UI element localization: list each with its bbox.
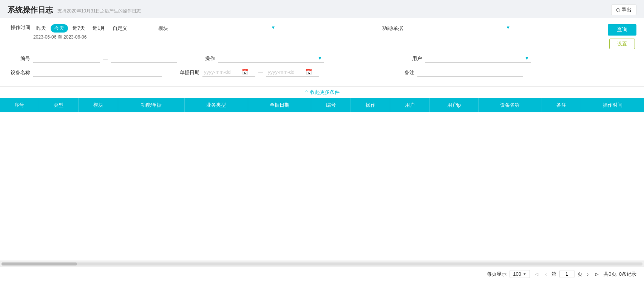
settings-button[interactable]: 设置: [609, 39, 635, 49]
device-label: 设备名称: [8, 69, 30, 76]
number-dash: —: [103, 56, 108, 62]
page-label: 第: [551, 271, 556, 278]
function-select[interactable]: ▼: [406, 24, 512, 32]
col-operation: 操作: [351, 98, 390, 112]
collapse-button[interactable]: ⌃ 收起更多条件: [304, 89, 340, 96]
table-wrapper: 序号 类型 模块 功能/单据 业务类型 单据日期 编号 操作 用户 用户ip 设…: [0, 98, 644, 261]
first-page-button[interactable]: ⊲: [533, 270, 541, 278]
next-page-button[interactable]: ›: [585, 270, 590, 278]
doc-date-start-input[interactable]: [204, 69, 242, 75]
scroll-track[interactable]: [2, 262, 642, 265]
calendar-start-icon[interactable]: 📅: [242, 69, 248, 75]
per-page-label: 每页显示: [487, 271, 507, 278]
doc-date-end-wrap: 📅: [266, 68, 319, 77]
operation-label: 操作: [192, 55, 215, 62]
export-button[interactable]: ⬡ 导出: [611, 5, 636, 15]
col-biztype: 业务类型: [185, 98, 248, 112]
page-header: 系统操作日志 支持2020年10月31日之后产生的操作日志 ⬡ 导出: [0, 0, 644, 18]
time-btn-7days[interactable]: 近7天: [69, 24, 88, 33]
table-header-row: 序号 类型 模块 功能/单据 业务类型 单据日期 编号 操作 用户 用户ip 设…: [0, 98, 644, 112]
page-unit: 页: [578, 271, 582, 278]
horizontal-scrollbar[interactable]: [0, 261, 644, 267]
export-icon: ⬡: [616, 7, 620, 13]
pagination-bar: 每页显示 100 ▼ ⊲ ‹ 第 页 › ⊳ 共0页, 0条记录: [0, 267, 644, 281]
page-subtitle: 支持2020年10月31日之后产生的操作日志: [57, 8, 141, 14]
module-select[interactable]: ▼: [171, 24, 277, 32]
col-index: 序号: [0, 98, 39, 112]
prev-page-button[interactable]: ‹: [544, 270, 548, 278]
doc-date-start-wrap: 📅: [202, 68, 255, 77]
calendar-end-icon[interactable]: 📅: [306, 69, 312, 75]
query-button[interactable]: 查询: [608, 24, 636, 36]
date-dash: —: [258, 70, 263, 75]
col-module: 模块: [79, 98, 118, 112]
user-select[interactable]: ▼: [425, 55, 531, 63]
col-docdate: 单据日期: [248, 98, 311, 112]
total-info: 共0页, 0条记录: [604, 271, 636, 278]
page-number-input[interactable]: [559, 270, 575, 278]
time-label: 操作时间: [8, 24, 30, 31]
time-btn-1month[interactable]: 近1月: [90, 24, 108, 33]
time-range-display: 2023-06-06 至 2023-06-06: [33, 34, 130, 40]
data-table: 序号 类型 模块 功能/单据 业务类型 单据日期 编号 操作 用户 用户ip 设…: [0, 98, 644, 112]
collapse-icon: ⌃: [304, 90, 309, 95]
operation-dropdown-icon: ▼: [318, 56, 322, 61]
last-page-button[interactable]: ⊳: [593, 270, 601, 278]
filter-area: 操作时间 昨天 今天 近7天 近1月 自定义 2023-06-06 至 2023…: [0, 18, 644, 86]
col-device: 设备名称: [478, 98, 542, 112]
time-btn-custom[interactable]: 自定义: [110, 24, 130, 33]
remark-input[interactable]: [417, 68, 523, 77]
doc-date-end-input[interactable]: [268, 69, 306, 75]
col-remark: 备注: [542, 98, 581, 112]
operation-select[interactable]: ▼: [218, 55, 324, 63]
remark-label: 备注: [392, 69, 414, 76]
user-dropdown-icon: ▼: [525, 56, 529, 61]
per-page-select[interactable]: 100 ▼: [510, 270, 530, 278]
collapse-bar: ⌃ 收起更多条件: [0, 86, 644, 98]
page-title: 系统操作日志: [8, 5, 53, 15]
module-label: 模块: [145, 25, 168, 32]
user-label: 用户: [399, 55, 422, 62]
col-userip: 用户ip: [429, 98, 478, 112]
module-dropdown-icon: ▼: [271, 25, 276, 30]
scroll-thumb[interactable]: [2, 262, 77, 265]
function-dropdown-icon: ▼: [506, 25, 510, 30]
col-number: 编号: [311, 98, 351, 112]
number-input-start[interactable]: [33, 54, 100, 63]
time-btn-yesterday[interactable]: 昨天: [33, 24, 49, 33]
col-optime: 操作时间: [581, 98, 644, 112]
col-type: 类型: [39, 98, 78, 112]
per-page-value: 100: [513, 271, 521, 277]
col-function: 功能/单据: [118, 98, 184, 112]
device-input[interactable]: [33, 68, 162, 77]
function-label: 功能/单据: [380, 25, 403, 32]
col-user: 用户: [390, 98, 429, 112]
number-label: 编号: [8, 55, 30, 62]
time-btn-today[interactable]: 今天: [51, 24, 68, 33]
doc-date-label: 单据日期: [177, 69, 199, 76]
per-page-arrow-icon: ▼: [523, 272, 527, 276]
action-buttons: 查询 设置: [608, 24, 636, 49]
number-input-end[interactable]: [111, 54, 177, 63]
